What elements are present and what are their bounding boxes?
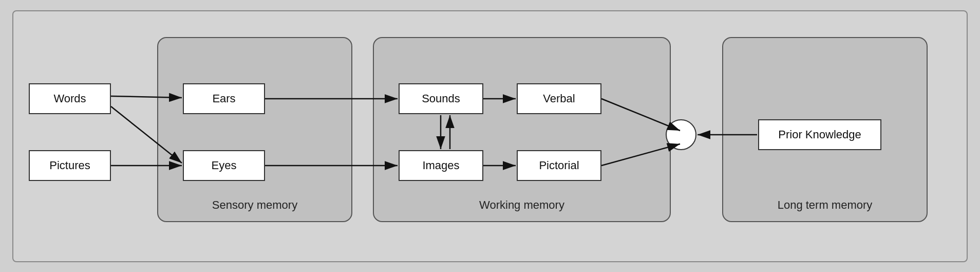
eyes-node: Eyes bbox=[183, 150, 265, 181]
sounds-node: Sounds bbox=[399, 83, 483, 114]
integration-circle bbox=[666, 119, 696, 150]
ears-node: Ears bbox=[183, 83, 265, 114]
diagram-container: Sensory memory Working memory Long term … bbox=[12, 10, 968, 262]
pictorial-node: Pictorial bbox=[517, 150, 601, 181]
verbal-node: Verbal bbox=[517, 83, 601, 114]
images-node: Images bbox=[399, 150, 483, 181]
words-node: Words bbox=[29, 83, 111, 114]
sensory-memory-region: Sensory memory bbox=[157, 37, 352, 222]
pictures-node: Pictures bbox=[29, 150, 111, 181]
longterm-memory-label: Long term memory bbox=[723, 198, 927, 212]
sensory-memory-label: Sensory memory bbox=[158, 198, 351, 212]
working-memory-region: Working memory bbox=[373, 37, 671, 222]
prior-knowledge-node: Prior Knowledge bbox=[758, 119, 881, 150]
working-memory-label: Working memory bbox=[374, 198, 670, 212]
